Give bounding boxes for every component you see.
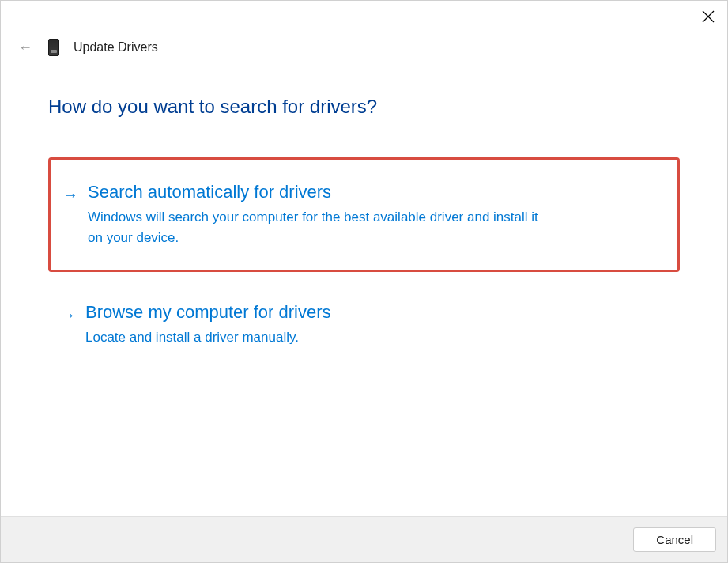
main-heading: How do you want to search for drivers? [48,96,680,118]
option-text-block: Search automatically for drivers Windows… [88,182,663,247]
cancel-button[interactable]: Cancel [633,527,716,552]
option-title: Browse my computer for drivers [85,302,666,323]
footer-bar: Cancel [1,516,727,562]
option-description: Locate and install a driver manually. [85,327,544,348]
option-title: Search automatically for drivers [88,182,663,202]
title-bar [1,1,727,32]
close-button[interactable] [699,7,718,26]
window-title: Update Drivers [74,40,158,55]
arrow-right-icon: → [60,306,76,324]
back-arrow-icon[interactable]: ← [17,40,34,56]
option-search-automatically[interactable]: → Search automatically for drivers Windo… [48,157,680,272]
option-description: Windows will search your computer for th… [88,207,546,247]
arrow-right-icon: → [62,186,78,204]
option-browse-computer[interactable]: → Browse my computer for drivers Locate … [48,280,680,370]
option-text-block: Browse my computer for drivers Locate an… [85,302,666,348]
device-icon [48,39,59,56]
close-icon [702,10,715,23]
header-row: ← Update Drivers [1,32,727,56]
content-area: How do you want to search for drivers? →… [1,56,727,516]
